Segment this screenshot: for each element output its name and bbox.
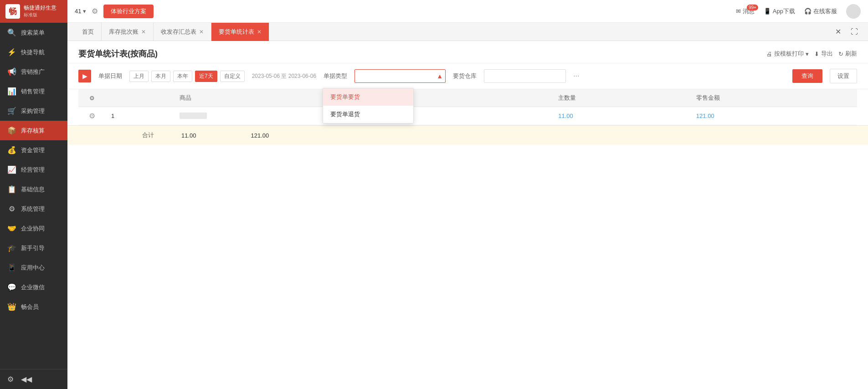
tab-0[interactable]: 首页 <box>75 23 102 41</box>
store-number: 41 <box>75 8 81 15</box>
this-year-button[interactable]: 本年 <box>173 71 192 82</box>
message-icon: ✉ <box>736 8 741 15</box>
print-icon: 🖨 <box>766 51 772 57</box>
online-service-button[interactable]: 🎧 在线客服 <box>804 7 837 15</box>
settings-icon[interactable]: ⚙ <box>7 375 14 384</box>
type-input[interactable] <box>354 69 446 83</box>
footer-amount: 121.00 <box>224 132 297 139</box>
sidebar-scroll: 🔍 搜索菜单 ⚡ 快捷导航 📢 营销推广 📊 销售管理 🛒 采购管理 📦 库存核… <box>0 23 67 369</box>
filter-settings-button[interactable]: 设置 <box>830 69 857 83</box>
sidebar-item-icon-3: 📊 <box>7 87 16 96</box>
sidebar-item-label-2: 营销推广 <box>21 68 45 76</box>
tabs-actions: ✕ ⛶ <box>832 26 861 38</box>
dropdown-item-0[interactable]: 要货单要货 <box>323 88 413 106</box>
app-download-button[interactable]: 📱 App下载 <box>764 7 795 15</box>
fullscreen-icon[interactable]: ⛶ <box>848 26 861 38</box>
row-quantity-0[interactable]: 11.00 <box>553 107 691 125</box>
7days-button[interactable]: 近7天 <box>195 71 217 82</box>
export-label: 导出 <box>821 50 833 58</box>
message-badge: 99+ <box>747 5 758 10</box>
sidebar-item-label-10: 企业协同 <box>21 225 45 233</box>
sidebar-item-5[interactable]: 📦 库存核算 <box>0 121 67 140</box>
type-filter-label: 单据类型 <box>324 72 347 80</box>
topbar-right: ✉ 消息 99+ 📱 App下载 🎧 在线客服 <box>736 4 861 19</box>
tab-close-1[interactable]: ✕ <box>141 29 146 35</box>
sidebar: 畅 畅捷通好生意 标准版 🔍 搜索菜单 ⚡ 快捷导航 📢 营销推广 📊 销售管理… <box>0 0 67 389</box>
sidebar-item-label-12: 应用中心 <box>21 264 45 272</box>
sidebar-item-7[interactable]: 📈 经营管理 <box>0 160 67 179</box>
sidebar-item-icon-9: ⚙ <box>7 205 16 213</box>
tab-label-1: 库存批次账 <box>109 28 139 36</box>
table-footer: 合计 11.00 121.00 <box>67 125 868 145</box>
sidebar-item-14[interactable]: 👑 畅会员 <box>0 297 67 317</box>
sidebar-item-8[interactable]: 📋 基础信息 <box>0 179 67 199</box>
footer-total-label: 合计 <box>78 131 154 139</box>
content-area: 要货单统计表(按商品) 🖨 按模板打印 ▾ ⬇ 导出 ↻ 刷新 ▶ <box>67 41 868 389</box>
last-month-button[interactable]: 上月 <box>129 71 149 82</box>
sidebar-item-0[interactable]: 🔍 搜索菜单 <box>0 23 67 42</box>
sidebar-item-3[interactable]: 📊 销售管理 <box>0 82 67 101</box>
sidebar-item-6[interactable]: 💰 资金管理 <box>0 140 67 160</box>
trial-button[interactable]: 体验行业方案 <box>103 5 154 18</box>
sidebar-item-13[interactable]: 💬 企业微信 <box>0 277 67 297</box>
sidebar-item-1[interactable]: ⚡ 快捷导航 <box>0 42 67 62</box>
tab-close-3[interactable]: ✕ <box>257 29 262 35</box>
table-header-row: ⚙ 商品 主计量单位 主数量 零售金额 <box>78 89 857 107</box>
refresh-button[interactable]: ↻ 刷新 <box>838 50 857 58</box>
row-index-0: 1 <box>106 107 174 125</box>
topbar: 41 ▾ ⚙ 体验行业方案 ✉ 消息 99+ 📱 App下载 🎧 在线客服 <box>67 0 868 23</box>
query-button[interactable]: 查询 <box>792 69 822 83</box>
export-button[interactable]: ⬇ 导出 <box>814 50 833 58</box>
page-actions: 🖨 按模板打印 ▾ ⬇ 导出 ↻ 刷新 <box>766 50 857 58</box>
tab-close-2[interactable]: ✕ <box>199 29 204 35</box>
settings-col-header[interactable]: ⚙ <box>78 89 106 107</box>
sidebar-item-9[interactable]: ⚙ 系统管理 <box>0 199 67 219</box>
tab-label-0: 首页 <box>82 28 94 36</box>
sidebar-item-12[interactable]: 📱 应用中心 <box>0 258 67 277</box>
headset-icon: 🎧 <box>804 8 812 15</box>
table-wrapper: ⚙ 商品 主计量单位 主数量 零售金额 ⚙ 1 商品名称 块 11.00 121… <box>67 89 868 125</box>
page-title: 要货单统计表(按商品) <box>78 48 158 59</box>
sidebar-item-4[interactable]: 🛒 采购管理 <box>0 101 67 121</box>
chevron-down-icon: ▾ <box>83 8 86 15</box>
row-amount-0[interactable]: 121.00 <box>691 107 857 125</box>
dropdown-item-1[interactable]: 要货单退货 <box>323 106 413 123</box>
sidebar-item-icon-8: 📋 <box>7 185 16 194</box>
topbar-gear-icon[interactable]: ⚙ <box>92 7 98 15</box>
tab-2[interactable]: 收发存汇总表✕ <box>154 23 211 41</box>
filter-more-icon[interactable]: ··· <box>573 72 579 80</box>
print-button[interactable]: 🖨 按模板打印 ▾ <box>766 50 809 58</box>
tab-1[interactable]: 库存批次账✕ <box>102 23 154 41</box>
app-version: 标准版 <box>24 12 56 18</box>
sidebar-item-icon-14: 👑 <box>7 302 16 311</box>
sidebar-item-label-11: 新手引导 <box>21 244 45 252</box>
sidebar-item-icon-7: 📈 <box>7 165 16 174</box>
sidebar-item-label-14: 畅会员 <box>21 303 39 311</box>
sidebar-item-2[interactable]: 📢 营销推广 <box>0 62 67 82</box>
date-range-display: 2023-05-06 至 2023-06-06 <box>252 72 316 80</box>
refresh-label: 刷新 <box>845 50 857 58</box>
user-avatar[interactable] <box>846 4 861 19</box>
message-button[interactable]: ✉ 消息 99+ <box>736 7 755 15</box>
row-settings-0[interactable]: ⚙ <box>78 107 106 125</box>
quantity-col-header: 主数量 <box>553 89 691 107</box>
sidebar-item-label-13: 企业微信 <box>21 283 45 292</box>
sidebar-header: 畅 畅捷通好生意 标准版 <box>0 0 67 23</box>
sidebar-item-11[interactable]: 🎓 新手引导 <box>0 238 67 258</box>
tab-3[interactable]: 要货单统计表✕ <box>211 23 269 41</box>
tab-label-2: 收发存汇总表 <box>161 28 196 36</box>
sidebar-item-icon-13: 💬 <box>7 283 16 292</box>
sidebar-item-label-0: 搜索菜单 <box>21 29 45 37</box>
store-selector[interactable]: 41 ▾ <box>75 8 86 15</box>
close-all-icon[interactable]: ✕ <box>832 26 844 38</box>
data-table: ⚙ 商品 主计量单位 主数量 零售金额 ⚙ 1 商品名称 块 11.00 121… <box>78 89 857 125</box>
warehouse-input[interactable] <box>484 69 566 83</box>
sidebar-item-10[interactable]: 🤝 企业协同 <box>0 219 67 238</box>
amount-col-header: 零售金额 <box>691 89 857 107</box>
this-month-button[interactable]: 本月 <box>151 71 170 82</box>
sidebar-item-label-8: 基础信息 <box>21 185 45 194</box>
footer-quantity: 11.00 <box>154 132 224 139</box>
collapse-icon[interactable]: ◀◀ <box>21 375 32 384</box>
custom-button[interactable]: 自定义 <box>220 71 245 82</box>
filter-expand-button[interactable]: ▶ <box>78 70 91 82</box>
